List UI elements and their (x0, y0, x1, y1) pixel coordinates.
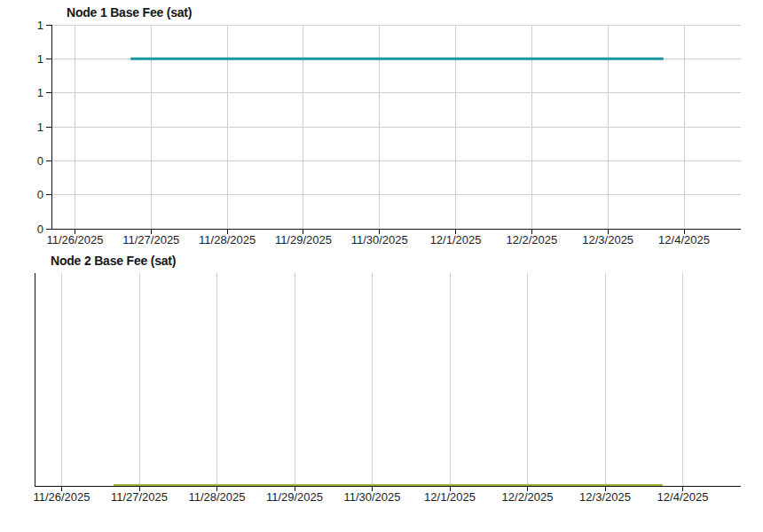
x-tick-label: 12/4/2025 (657, 490, 709, 504)
x-tick-label: 12/2/2025 (502, 490, 554, 504)
x-tick-label: 11/29/2025 (266, 490, 323, 504)
node2-chart-plot: 11/26/202511/27/202511/28/202511/29/2025… (0, 0, 763, 532)
x-tick-label: 11/27/2025 (111, 490, 168, 504)
x-tick-label: 11/26/2025 (33, 490, 90, 504)
x-tick-label: 12/1/2025 (424, 490, 476, 504)
x-tick-label: 12/3/2025 (579, 490, 631, 504)
x-tick-label: 11/28/2025 (188, 490, 245, 504)
x-tick-label: 11/30/2025 (343, 490, 400, 504)
